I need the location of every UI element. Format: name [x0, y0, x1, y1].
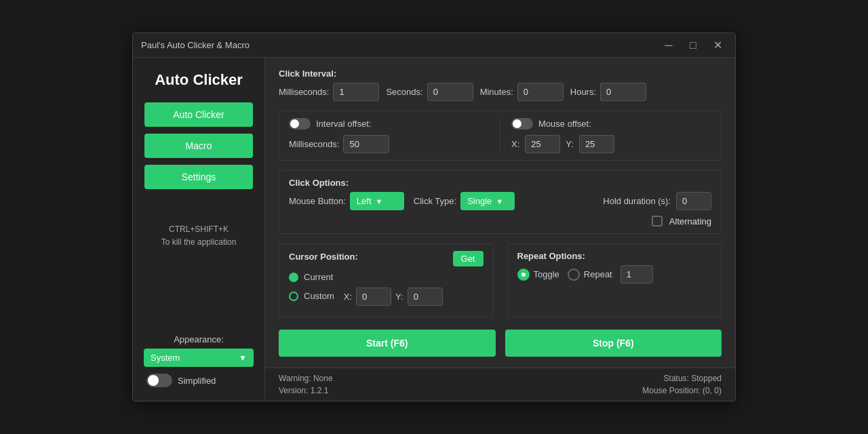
mouse-position-text: Mouse Position: (0, 0) — [642, 386, 722, 395]
appearance-arrow-icon: ▼ — [239, 353, 247, 363]
mouse-button-label: Mouse Button: — [289, 196, 346, 206]
click-type-value: Single — [467, 196, 492, 206]
toggle-radio-item: Toggle — [517, 269, 559, 281]
interval-offset-header: Interval offset: — [289, 118, 489, 130]
repeat-options-label: Repeat Options: — [517, 251, 712, 261]
hold-duration-field: Hold duration (s): — [603, 192, 711, 210]
minutes-label: Minutes: — [480, 87, 513, 97]
repeat-radio-item: Repeat — [568, 269, 612, 281]
simplified-toggle[interactable] — [146, 374, 172, 387]
click-type-arrow-icon: ▼ — [496, 197, 503, 205]
start-button[interactable]: Start (F6) — [279, 330, 496, 357]
seconds-label: Seconds: — [386, 87, 422, 97]
app-window: Paul's Auto Clicker & Macro ─ □ ✕ Auto C… — [132, 33, 736, 401]
hours-field: Hours: — [570, 83, 646, 101]
mouse-offset-header: Mouse offset: — [511, 118, 711, 130]
status-text: Status: Stopped — [642, 374, 722, 383]
click-options-section: Click Options: Mouse Button: Left ▼ — [279, 170, 722, 234]
click-type-field: Click Type: Single ▼ — [414, 192, 515, 210]
mouse-x-input[interactable] — [525, 135, 560, 153]
maximize-button[interactable]: □ — [684, 36, 703, 55]
milliseconds-input[interactable] — [333, 83, 379, 101]
repeat-options-row: Toggle Repeat — [517, 265, 712, 283]
custom-xy-row: X: Y: — [344, 288, 443, 306]
status-bar: Warning: None Version: 1.2.1 Status: Sto… — [265, 368, 735, 401]
custom-x-input[interactable] — [356, 288, 391, 306]
click-options-main-row: Mouse Button: Left ▼ Click Type: Single — [289, 192, 711, 210]
mouse-y-label: Y: — [566, 139, 574, 149]
interval-ms-label: Milliseconds: — [289, 139, 339, 149]
click-type-label: Click Type: — [414, 196, 456, 206]
shortcut-info: CTRL+SHIFT+K To kill the application — [161, 223, 237, 249]
click-interval-label: Click Interval: — [279, 68, 722, 79]
hours-input[interactable] — [600, 83, 646, 101]
mouse-offset-label: Mouse offset: — [538, 119, 591, 129]
appearance-select[interactable]: System ▼ — [144, 349, 254, 367]
simplified-label: Simplified — [178, 376, 216, 386]
current-radio[interactable] — [289, 273, 298, 282]
offset-section: Interval offset: Milliseconds: Mouse off… — [279, 111, 722, 161]
get-button[interactable]: Get — [453, 251, 484, 267]
appearance-label: Appearance: — [144, 334, 254, 344]
appearance-section: Appearance: System ▼ Simplified — [144, 323, 254, 387]
simplified-row: Simplified — [144, 374, 254, 387]
cursor-repeat-section: Cursor Position: Get Current Custom X: — [279, 243, 722, 317]
milliseconds-field: Milliseconds: — [279, 83, 379, 101]
custom-radio-row: Custom X: Y: — [289, 286, 484, 306]
click-type-select[interactable]: Single ▼ — [460, 192, 515, 210]
window-controls: ─ □ ✕ — [659, 36, 727, 55]
seconds-input[interactable] — [427, 83, 473, 101]
status-right: Status: Stopped Mouse Position: (0, 0) — [642, 374, 722, 395]
toggle-radio[interactable] — [517, 269, 530, 281]
sidebar: Auto Clicker Auto Clicker Macro Settings… — [133, 58, 265, 401]
alternating-row: Alternating — [289, 216, 711, 226]
stop-button[interactable]: Stop (F6) — [505, 330, 722, 357]
interval-offset-ms-row: Milliseconds: — [289, 135, 489, 153]
repeat-radio[interactable] — [568, 269, 580, 281]
main-content: Click Interval: Milliseconds: Seconds: M… — [265, 58, 735, 368]
mouse-button-arrow-icon: ▼ — [376, 197, 383, 205]
mouse-offset-col: Mouse offset: X: Y: — [511, 118, 711, 153]
version-text: Version: 1.2.1 — [279, 386, 333, 395]
interval-offset-col: Interval offset: Milliseconds: — [289, 118, 500, 153]
minutes-input[interactable] — [517, 83, 564, 101]
mouse-y-input[interactable] — [579, 135, 614, 153]
custom-radio[interactable] — [289, 292, 298, 301]
hold-duration-label: Hold duration (s): — [603, 196, 671, 206]
interval-offset-toggle[interactable] — [289, 118, 311, 130]
toggle-radio-label: Toggle — [534, 269, 559, 279]
custom-y-label: Y: — [395, 292, 403, 302]
alternating-checkbox[interactable] — [652, 216, 663, 226]
interval-ms-input[interactable] — [343, 135, 389, 153]
auto-clicker-button[interactable]: Auto Clicker — [144, 102, 253, 127]
mouse-offset-xy-row: X: Y: — [511, 135, 711, 153]
click-interval-section: Click Interval: Milliseconds: Seconds: M… — [279, 68, 722, 101]
hold-duration-input[interactable] — [676, 192, 711, 210]
settings-button[interactable]: Settings — [144, 165, 253, 189]
custom-y-input[interactable] — [408, 288, 443, 306]
click-options-label: Click Options: — [289, 178, 711, 188]
click-options-full: Mouse Button: Left ▼ Click Type: Single — [289, 192, 711, 226]
alternating-label: Alternating — [669, 216, 711, 226]
app-body: Auto Clicker Auto Clicker Macro Settings… — [133, 58, 735, 401]
mouse-button-select[interactable]: Left ▼ — [350, 192, 404, 210]
titlebar: Paul's Auto Clicker & Macro ─ □ ✕ — [133, 33, 735, 58]
status-left: Warning: None Version: 1.2.1 — [279, 374, 333, 395]
hours-label: Hours: — [570, 87, 596, 97]
mouse-x-label: X: — [511, 139, 519, 149]
close-button[interactable]: ✕ — [708, 36, 727, 55]
shortcut-keys: CTRL+SHIFT+K — [161, 223, 237, 236]
interval-offset-label: Interval offset: — [316, 119, 371, 129]
minimize-button[interactable]: ─ — [659, 36, 678, 55]
cursor-position-col: Cursor Position: Get Current Custom X: — [279, 243, 494, 317]
window-title: Paul's Auto Clicker & Macro — [141, 40, 250, 50]
mouse-button-value: Left — [357, 196, 372, 206]
custom-label: Custom — [304, 291, 334, 301]
mouse-offset-toggle[interactable] — [511, 118, 533, 130]
macro-button[interactable]: Macro — [144, 134, 253, 158]
interval-row: Milliseconds: Seconds: Minutes: Hou — [279, 83, 722, 101]
mouse-button-field: Mouse Button: Left ▼ — [289, 192, 404, 210]
seconds-field: Seconds: — [386, 83, 473, 101]
repeat-count-input[interactable] — [620, 265, 653, 283]
shortcut-desc: To kill the application — [161, 236, 237, 249]
